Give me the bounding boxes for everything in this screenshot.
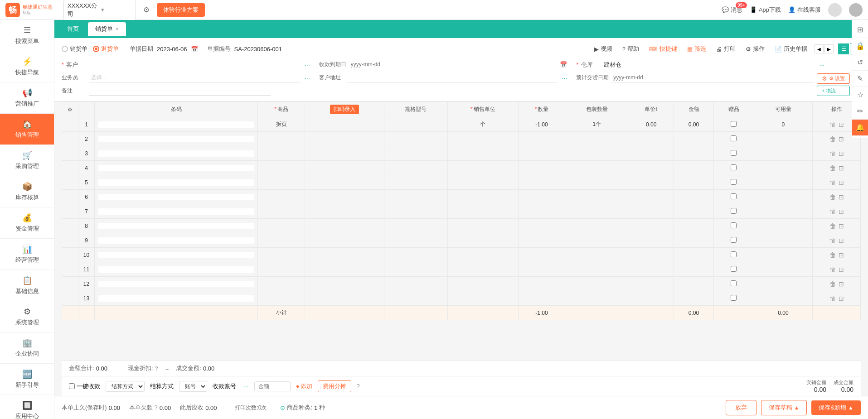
sidebar-item-marketing[interactable]: 📢 营销推广 <box>0 82 54 114</box>
row-gift-cell[interactable] <box>714 132 754 146</box>
delete-row-icon[interactable]: 🗑 <box>829 164 836 172</box>
total-owe-help-icon[interactable]: ? <box>155 404 158 411</box>
sidebar-item-basics[interactable]: 📋 基础信息 <box>0 270 54 301</box>
radio-sales-order[interactable]: 销货单 <box>62 45 87 53</box>
expense-split-btn[interactable]: 费用分摊 <box>318 380 351 392</box>
payment-amount-input[interactable] <box>254 381 291 391</box>
sidebar-item-inventory[interactable]: 📦 库存核算 <box>0 176 54 207</box>
delete-row-icon[interactable]: 🗑 <box>829 193 836 201</box>
col-settings[interactable]: ⚙ <box>62 102 78 117</box>
sidebar-item-apps[interactable]: 🔲 应用中心 <box>0 395 54 419</box>
notes-input[interactable] <box>89 86 271 96</box>
copy-row-icon[interactable]: ⊡ <box>839 150 844 157</box>
one-click-payment-checkbox[interactable]: 一键收款 <box>69 382 100 390</box>
cash-discount-help-icon[interactable]: ? <box>155 365 158 372</box>
toolbar-video-btn[interactable]: ▶ 视频 <box>592 44 615 54</box>
customer-picker-icon[interactable]: ··· <box>305 61 310 68</box>
nav-prev-btn[interactable]: ◀ <box>815 44 824 53</box>
row-barcode-cell[interactable] <box>95 175 258 190</box>
copy-row-icon[interactable]: ⊡ <box>839 135 844 143</box>
sidebar-item-finance[interactable]: 💰 资金管理 <box>0 207 54 239</box>
copy-row-icon[interactable]: ⊡ <box>839 237 844 244</box>
row-barcode-cell[interactable] <box>95 117 258 132</box>
copy-row-icon[interactable]: ⊡ <box>839 280 844 288</box>
toolbar-operation-btn[interactable]: ⚙ 操作 <box>743 44 767 54</box>
row-barcode-cell[interactable] <box>95 161 258 175</box>
payment-dots-icon[interactable]: ··· <box>243 383 249 390</box>
list-view-btn[interactable]: ☰ <box>838 43 849 54</box>
scan-btn[interactable]: 扫码录入 <box>330 105 359 114</box>
sidebar-item-sales[interactable]: 🏠 销售管理 <box>0 114 54 145</box>
save-draft-button[interactable]: 保存草稿 ▲ <box>761 400 807 415</box>
toolbar-history-btn[interactable]: 📄 历史单据 <box>772 44 810 54</box>
unit-price-info-icon[interactable]: ℹ <box>655 106 658 112</box>
row-barcode-cell[interactable] <box>95 132 258 146</box>
customer-address-input[interactable] <box>347 73 558 82</box>
settings-gear-button[interactable]: ⚙ <box>140 3 153 17</box>
delete-row-icon[interactable]: 🗑 <box>829 121 836 128</box>
company-selector[interactable]: XXXXXX公司 ▾ <box>63 0 136 20</box>
copy-row-icon[interactable]: ⊡ <box>839 295 844 302</box>
sidebar-item-enterprise[interactable]: 🏢 企业协同 <box>0 332 54 364</box>
row-gift-cell[interactable] <box>714 291 754 306</box>
row-gift-cell[interactable] <box>714 204 754 219</box>
toolbar-print-btn[interactable]: 🖨 打印 <box>713 44 738 54</box>
sidebar-item-purchase[interactable]: 🛒 采购管理 <box>0 145 54 176</box>
message-button[interactable]: 💬 消息 99+ <box>722 6 742 14</box>
row-gift-cell[interactable] <box>714 248 754 262</box>
form-settings-button[interactable]: ⚙ ⚙ 设置 <box>817 73 850 84</box>
row-barcode-cell[interactable] <box>95 146 258 161</box>
row-gift-cell[interactable] <box>714 262 754 277</box>
float-orange-icon[interactable]: 🔔 <box>852 120 868 136</box>
row-barcode-cell[interactable] <box>95 233 258 248</box>
salesman-input[interactable] <box>89 73 300 82</box>
save-new-button[interactable]: 保存&新增 ▲ <box>811 400 861 415</box>
float-edit-icon[interactable]: ✎ <box>852 71 868 87</box>
copy-row-icon[interactable]: ⊡ <box>839 266 844 273</box>
date-calendar-icon[interactable]: 📅 <box>191 46 198 53</box>
radio-return-order[interactable]: 退货单 <box>93 45 119 53</box>
delete-row-icon[interactable]: 🗑 <box>829 280 836 288</box>
payment-date-input[interactable] <box>349 60 558 69</box>
tab-sales-order[interactable]: 销货单 × <box>88 22 126 36</box>
payment-checkbox-input[interactable] <box>69 383 75 389</box>
salesman-picker-icon[interactable]: ··· <box>305 74 310 82</box>
row-gift-cell[interactable] <box>714 277 754 291</box>
delete-row-icon[interactable]: 🗑 <box>829 150 836 157</box>
expense-help-icon[interactable]: ? <box>357 383 360 390</box>
delete-row-icon[interactable]: 🗑 <box>829 266 836 273</box>
sidebar-item-quick-nav[interactable]: ⚡ 快捷导航 <box>0 51 54 82</box>
sidebar-item-operations[interactable]: 📊 经营管理 <box>0 239 54 270</box>
toolbar-shortcut-btn[interactable]: ⌨ 快捷键 <box>646 44 680 54</box>
row-gift-cell[interactable] <box>714 117 754 132</box>
row-barcode-cell[interactable] <box>95 277 258 291</box>
logistics-button[interactable]: + 物流 <box>817 86 850 96</box>
sidebar-item-system[interactable]: ⚙ 系统管理 <box>0 301 54 332</box>
toolbar-help-btn[interactable]: ? 帮助 <box>620 44 642 54</box>
row-barcode-cell[interactable] <box>95 190 258 204</box>
copy-row-icon[interactable]: ⊡ <box>839 208 844 215</box>
row-gift-cell[interactable] <box>714 190 754 204</box>
row-barcode-cell[interactable] <box>95 248 258 262</box>
delete-row-icon[interactable]: 🗑 <box>829 208 836 215</box>
row-barcode-cell[interactable] <box>95 262 258 277</box>
sidebar-item-search[interactable]: ☰ 搜索菜单 <box>0 20 54 51</box>
row-barcode-cell[interactable] <box>95 219 258 233</box>
row-gift-cell[interactable] <box>714 175 754 190</box>
app-download-button[interactable]: 📱 App下载 <box>750 6 781 14</box>
discard-button[interactable]: 放弃 <box>726 400 756 415</box>
float-star-icon[interactable]: ☆ <box>852 87 868 103</box>
delete-row-icon[interactable]: 🗑 <box>829 251 836 259</box>
payment-account-select[interactable]: 账号 <box>179 381 207 392</box>
payment-method-select[interactable]: 结算方式 <box>106 381 145 392</box>
expected-date-input[interactable] <box>611 73 815 82</box>
user-avatar[interactable] <box>828 3 842 17</box>
payment-date-cal-icon[interactable]: 📅 <box>560 61 567 68</box>
customer-address-picker-icon[interactable]: ··· <box>562 74 567 82</box>
trial-button[interactable]: 体验行业方案 <box>157 3 205 17</box>
copy-row-icon[interactable]: ⊡ <box>839 251 844 259</box>
copy-row-icon[interactable]: ⊡ <box>839 164 844 172</box>
copy-row-icon[interactable]: ⊡ <box>839 222 844 230</box>
sidebar-item-guide[interactable]: 🆕 新手引导 <box>0 364 54 395</box>
warehouse-picker-icon[interactable]: ··· <box>819 61 824 68</box>
